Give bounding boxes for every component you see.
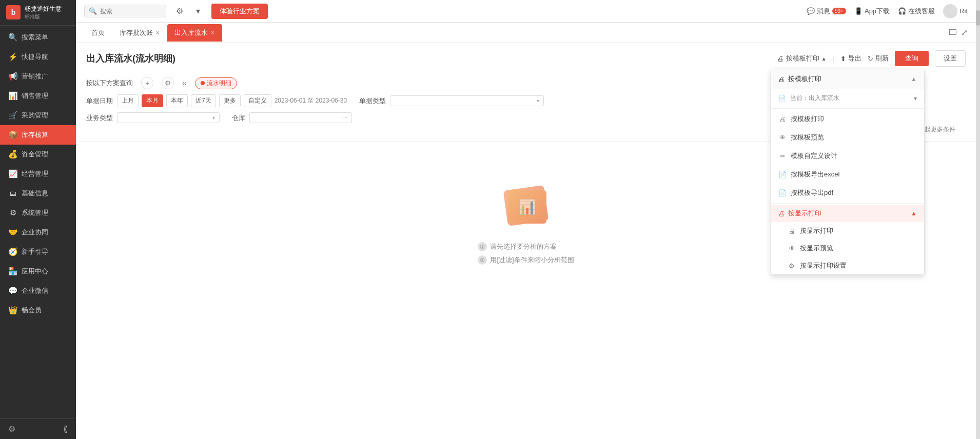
printer-icon: 🖨 xyxy=(778,75,785,83)
tip-num-2: ② xyxy=(478,255,487,265)
preview-icon: 👁 xyxy=(788,244,796,252)
sidebar-item-member[interactable]: 👑 畅会员 xyxy=(0,301,76,320)
dropdown-header-arrow[interactable]: ▲ xyxy=(911,75,917,83)
money-icon: 💰 xyxy=(8,150,17,159)
section-printer-icon: 🖨 xyxy=(778,210,785,217)
dropdown-section-header[interactable]: 🖨 按显示打印 ▲ xyxy=(771,205,924,222)
app-logo: b xyxy=(6,5,21,19)
date-btn-7-days[interactable]: 近7天 xyxy=(191,94,216,107)
sidebar-item-marketing[interactable]: 📢 营销推广 xyxy=(0,67,76,86)
dropdown-item-display-print-settings[interactable]: ⚙ 按显示打印设置 xyxy=(771,257,924,274)
sidebar-item-system[interactable]: ⚙ 系统管理 xyxy=(0,203,76,223)
dropdown-item-template-export-excel[interactable]: 📄 按模板导出excel xyxy=(771,165,924,184)
date-btn-current-month[interactable]: 本月 xyxy=(142,94,163,107)
template-print-dropdown: 🖨 按模板打印 ▲ 📄 当前：出入库流水 ▾ xyxy=(771,69,925,275)
restore-window-btn[interactable]: 🗖 xyxy=(949,28,957,37)
trial-button[interactable]: 体验行业方案 xyxy=(211,4,268,19)
expand-window-btn[interactable]: ⤢ xyxy=(961,28,968,37)
sidebar-item-wechat[interactable]: 💬 企业微信 xyxy=(0,281,76,301)
warehouse-more-icon: ··· xyxy=(343,115,347,121)
settings-icon-btn[interactable]: ⚙ xyxy=(172,4,187,18)
current-icon: 📄 xyxy=(778,95,786,102)
app-download-btn[interactable]: 📱 App下载 xyxy=(854,7,890,16)
filter-add-btn[interactable]: + xyxy=(141,77,153,89)
settings-small-icon: ⚙ xyxy=(788,262,796,270)
search-input[interactable] xyxy=(100,8,151,15)
query-btn[interactable]: 查询 xyxy=(895,51,929,66)
dropdown-item-template-print[interactable]: 🖨 按模板打印 xyxy=(771,110,924,128)
sidebar-item-search[interactable]: 🔍 搜索菜单 xyxy=(0,28,76,47)
section-title: 🖨 按显示打印 xyxy=(778,209,821,218)
close-inventory-batch-btn[interactable]: × xyxy=(156,29,160,36)
dropdown-title: 🖨 按模板打印 xyxy=(778,74,821,84)
sidebar-item-basic[interactable]: 🗂 基础信息 xyxy=(0,184,76,203)
voucher-type-label: 单据类型 xyxy=(359,96,386,106)
sidebar-item-finance[interactable]: 💰 资金管理 xyxy=(0,145,76,164)
date-btn-current-year[interactable]: 本年 xyxy=(166,94,188,107)
topbar-search-box[interactable]: 🔍 xyxy=(84,5,166,17)
dropdown-item-template-custom[interactable]: ✏ 模板自定义设计 xyxy=(771,147,924,165)
page-content: 出入库流水(流水明细) 🖨 按模板打印 ▲ | ⬆ 导出 xyxy=(76,43,976,439)
sidebar-item-purchase[interactable]: 🛒 采购管理 xyxy=(0,106,76,125)
megaphone-icon: 📢 xyxy=(8,72,17,81)
wechat-icon: 💬 xyxy=(8,286,17,295)
sidebar-collapse-btn[interactable]: ⟪ xyxy=(63,424,68,434)
gear-icon: ⚙ xyxy=(8,208,17,217)
date-btn-last-month[interactable]: 上月 xyxy=(117,94,139,107)
shuijiao-tag[interactable]: 流水明细 xyxy=(195,77,237,89)
tab-home[interactable]: 首页 xyxy=(84,24,112,42)
dropdown-item-display-print[interactable]: 🖨 按显示打印 xyxy=(771,222,924,240)
user-menu-btn[interactable]: Rit xyxy=(943,4,968,18)
tab-inventory-batch[interactable]: 库存批次账 × xyxy=(112,24,167,42)
dropdown-item-display-preview[interactable]: 👁 按显示预览 xyxy=(771,240,924,257)
dropdown-item-template-preview[interactable]: 👁 按模板预览 xyxy=(771,128,924,147)
message-icon: 💬 xyxy=(807,7,815,15)
sidebar-footer: ⚙ ⟪ xyxy=(0,418,76,439)
refresh-icon: ↻ xyxy=(868,55,873,63)
sidebar-item-collab[interactable]: 🤝 企业协同 xyxy=(0,223,76,242)
setup-btn[interactable]: 设置 xyxy=(935,50,966,67)
scroll-indicator[interactable] xyxy=(976,0,980,439)
message-btn[interactable]: 💬 消息 99+ xyxy=(807,7,846,16)
business-type-filter-group: 业务类型 ▾ xyxy=(86,112,220,123)
eye-icon: 👁 xyxy=(778,133,787,142)
tabs-bar: 首页 库存批次账 × 出入库流水 × 🗖 ⤢ xyxy=(76,23,976,43)
sidebar-item-app-center[interactable]: 🏪 应用中心 xyxy=(0,262,76,281)
search-icon: 🔍 xyxy=(8,33,17,42)
user-avatar xyxy=(943,4,957,18)
dropdown-item-template-export-pdf[interactable]: 📄 按模板导出pdf xyxy=(771,184,924,202)
main-content: 🔍 ⚙ ▾ 体验行业方案 💬 消息 99+ 📱 App下载 🎧 xyxy=(76,0,976,439)
date-btn-custom[interactable]: 自定义 xyxy=(244,94,271,107)
shuijiao-text: 流水明细 xyxy=(207,79,231,88)
date-btn-more[interactable]: 更多 xyxy=(219,94,241,107)
sidebar-item-inventory[interactable]: 📦 库存核算 xyxy=(0,125,76,145)
dropdown-header: 🖨 按模板打印 ▲ xyxy=(771,69,924,89)
online-service-btn[interactable]: 🎧 在线客服 xyxy=(898,7,935,16)
warehouse-select[interactable]: ··· xyxy=(249,112,352,123)
pdf-icon: 📄 xyxy=(778,189,787,197)
app-title: 畅捷通好生意 标准版 xyxy=(25,5,62,20)
refresh-btn[interactable]: ↻ 刷新 xyxy=(868,54,889,63)
template-print-btn[interactable]: 🖨 按模板打印 ▲ xyxy=(777,54,827,63)
filter-settings-btn[interactable]: ⚙ xyxy=(162,77,174,89)
sidebar-item-operations[interactable]: 📈 经营管理 xyxy=(0,164,76,184)
lightning-icon: ⚡ xyxy=(8,52,17,62)
voucher-type-select[interactable]: ▾ xyxy=(390,95,544,106)
shuijiao-dot xyxy=(201,81,205,85)
export-btn[interactable]: ⬆ 导出 xyxy=(840,54,861,63)
sidebar-item-guide[interactable]: 🧭 新手引导 xyxy=(0,242,76,262)
crown-icon: 👑 xyxy=(8,306,17,315)
dropdown-scroll: 🖨 按模板打印 ▲ 📄 当前：出入库流水 ▾ xyxy=(771,69,924,274)
business-type-select[interactable]: ▾ xyxy=(117,112,220,123)
business-type-label: 业务类型 xyxy=(86,113,113,123)
sidebar-settings-btn[interactable]: ⚙ xyxy=(8,424,15,434)
sidebar-item-sales[interactable]: 📊 销售管理 xyxy=(0,86,76,106)
close-inventory-flow-btn[interactable]: × xyxy=(211,29,214,36)
filter-collapse-btn[interactable]: « xyxy=(182,78,187,88)
sidebar-item-quick-nav[interactable]: ⚡ 快捷导航 xyxy=(0,47,76,67)
trending-icon: 📈 xyxy=(8,169,17,178)
printer-small-icon: 🖨 xyxy=(778,115,787,123)
date-filter-group: 单据日期 上月 本月 本年 近7天 更多 自定义 2023-06-01 至 20… xyxy=(86,94,347,107)
chevron-down-icon[interactable]: ▾ xyxy=(191,4,205,18)
tab-inventory-flow[interactable]: 出入库流水 × xyxy=(167,24,222,42)
